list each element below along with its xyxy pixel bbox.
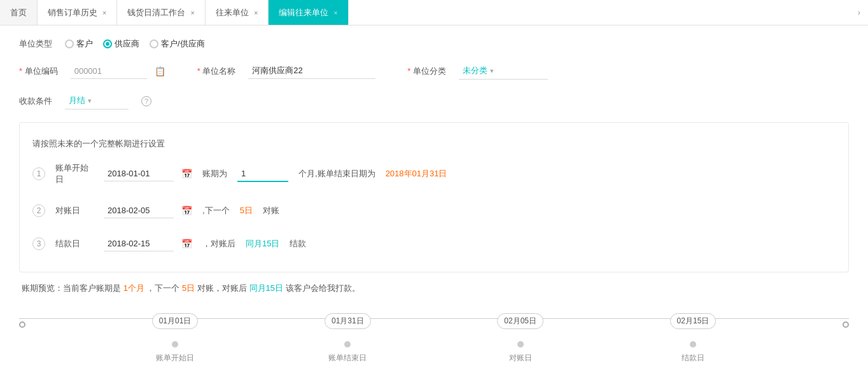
start-date-field: 📅	[104, 166, 192, 181]
timeline-label-4: 结款日	[682, 353, 704, 363]
tab-sales-order-history[interactable]: 销售订单历史 ×	[38, 0, 117, 25]
timeline-badge-4: 02月15日	[670, 313, 717, 329]
unit-category-arrow-icon: ▾	[490, 67, 494, 75]
timeline-label-1: 账单开始日	[156, 353, 194, 363]
period-settings-section: 请按照未来的一个完整帐期进行设置 1 账单开始日 📅 账期为 个月,账单结束日期…	[19, 122, 849, 272]
timeline-end-dot	[843, 321, 849, 328]
payment-terms-arrow-icon: ▾	[88, 97, 92, 105]
payment-terms-row: 收款条件 月结 ▾ ?	[19, 92, 849, 109]
timeline-badge-2: 01月31日	[325, 313, 371, 329]
timeline-node-3: 02月05日 对账日	[497, 313, 543, 363]
section-title: 请按照未来的一个完整帐期进行设置	[32, 138, 836, 150]
timeline: 01月01日 账单开始日 01月31日 账单结束日 02月05日 对账日 02月…	[19, 307, 849, 370]
payment-day-highlight: 同月15日	[246, 238, 279, 250]
period-row-2: 2 对账日 📅 ,下一个 5日 对账	[32, 203, 836, 218]
tab-cash-work[interactable]: 钱货日清工作台 ×	[117, 0, 205, 25]
timeline-badge-3: 02月05日	[497, 313, 543, 329]
timeline-dot-1	[172, 341, 178, 348]
unit-type-label: 单位类型	[19, 38, 52, 50]
period-row-1: 1 账单开始日 📅 账期为 个月,账单结束日期为 2018年01月31日	[32, 162, 836, 185]
code-name-row: 单位编码 📋 单位名称 单位分类 未分类 ▾	[19, 62, 849, 80]
unit-type-row: 单位类型 客户 供应商 客户/供应商	[19, 38, 849, 50]
payment-date-input[interactable]	[104, 236, 174, 251]
preview-reconcile-highlight: 5日	[182, 283, 195, 293]
radio-customer[interactable]: 客户	[65, 38, 93, 50]
timeline-label-3: 对账日	[509, 353, 532, 363]
row-label-2: 对账日	[55, 205, 94, 216]
period-row-3: 3 结款日 📅 ，对账后 同月15日 结款	[32, 236, 836, 251]
unit-category-label: 单位分类	[407, 66, 446, 77]
tab-cash-label: 钱货日清工作台	[127, 7, 185, 18]
preview-label: 账期预览：当前客户账期是	[22, 283, 121, 293]
payment-suffix: 结款	[290, 238, 306, 250]
timeline-dot-4	[690, 341, 696, 348]
row-num-1: 1	[32, 167, 45, 180]
radio-both-label: 客户/供应商	[161, 38, 205, 50]
help-icon[interactable]: ?	[141, 96, 151, 106]
unit-type-radio-group: 客户 供应商 客户/供应商	[65, 38, 205, 50]
preview-period-highlight: 1个月	[123, 283, 144, 293]
unit-name-field	[248, 64, 375, 79]
unit-name-input[interactable]	[248, 64, 375, 79]
timeline-nodes: 01月01日 账单开始日 01月31日 账单结束日 02月05日 对账日 02月…	[19, 313, 849, 363]
unit-category-field: 未分类 ▾	[459, 62, 548, 80]
payment-prefix: ，对账后	[202, 238, 235, 250]
tab-cash-close-icon[interactable]: ×	[190, 9, 194, 17]
row-num-2: 2	[32, 204, 45, 217]
row-label-1: 账单开始日	[55, 162, 94, 185]
period-label: 账期为	[202, 168, 227, 179]
copy-icon[interactable]: 📋	[155, 66, 165, 76]
timeline-node-4: 02月15日 结款日	[670, 313, 717, 363]
reconcile-date-field: 📅	[104, 203, 192, 218]
start-date-input[interactable]	[104, 166, 174, 181]
preview-section: 账期预览：当前客户账期是 1个月 ，下一个 5日 对账，对账后 同月15日 该客…	[19, 283, 849, 294]
preview-after: 对账，对账后	[197, 283, 247, 293]
tab-sales-label: 销售订单历史	[48, 7, 97, 18]
tab-home[interactable]: 首页	[0, 0, 38, 25]
tab-sales-close-icon[interactable]: ×	[102, 9, 106, 17]
period-input[interactable]	[237, 166, 288, 182]
preview-payment-highlight: 同月15日	[249, 283, 283, 293]
period-end-date: 2018年01月31日	[386, 168, 447, 179]
tab-more-button[interactable]: ›	[850, 0, 868, 25]
tab-home-label: 首页	[10, 7, 27, 18]
reconcile-date-calendar-icon[interactable]: 📅	[181, 206, 192, 216]
timeline-node-start-dot	[19, 313, 25, 328]
timeline-dot-2	[344, 341, 351, 348]
payment-terms-dropdown[interactable]: 月结 ▾	[65, 92, 129, 109]
radio-supplier-circle	[103, 39, 112, 48]
tab-edit-partner-label: 编辑往来单位	[279, 7, 328, 18]
timeline-dot-3	[517, 341, 524, 348]
timeline-node-end-dot	[843, 313, 849, 328]
unit-code-input[interactable]	[71, 64, 147, 79]
radio-customer-label: 客户	[76, 38, 93, 50]
timeline-badge-1: 01月01日	[152, 313, 199, 329]
tab-edit-partner[interactable]: 编辑往来单位 ×	[269, 0, 348, 25]
reconcile-date-input[interactable]	[104, 203, 174, 218]
unit-code-field: 📋	[71, 64, 165, 79]
radio-customer-circle	[65, 39, 74, 48]
timeline-node-2: 01月31日 账单结束日	[325, 313, 371, 363]
main-content: 单位类型 客户 供应商 客户/供应商 单位编码 📋 单位名称 单	[0, 25, 868, 387]
unit-category-dropdown[interactable]: 未分类 ▾	[459, 62, 548, 80]
timeline-start-dot	[19, 321, 25, 328]
tab-partners-label: 往来单位	[216, 7, 249, 18]
radio-supplier[interactable]: 供应商	[103, 38, 139, 50]
timeline-node-1: 01月01日 账单开始日	[152, 313, 199, 363]
tab-partners[interactable]: 往来单位 ×	[206, 0, 269, 25]
tab-bar: 首页 销售订单历史 × 钱货日清工作台 × 往来单位 × 编辑往来单位 × ›	[0, 0, 868, 25]
unit-name-label: 单位名称	[197, 66, 236, 77]
preview-mid: ，下一个	[146, 283, 179, 293]
start-date-calendar-icon[interactable]: 📅	[181, 169, 192, 179]
reconcile-suffix: 对账	[263, 205, 279, 216]
row-label-3: 结款日	[55, 238, 94, 250]
radio-supplier-label: 供应商	[115, 38, 139, 50]
payment-date-calendar-icon[interactable]: 📅	[181, 239, 192, 249]
payment-terms-label: 收款条件	[19, 95, 52, 107]
tab-edit-partner-close-icon[interactable]: ×	[333, 9, 337, 17]
reconcile-day-highlight: 5日	[240, 205, 253, 216]
preview-end: 该客户会给我打款。	[286, 283, 360, 293]
payment-date-field: 📅	[104, 236, 192, 251]
radio-both[interactable]: 客户/供应商	[150, 38, 205, 50]
tab-partners-close-icon[interactable]: ×	[254, 9, 258, 17]
